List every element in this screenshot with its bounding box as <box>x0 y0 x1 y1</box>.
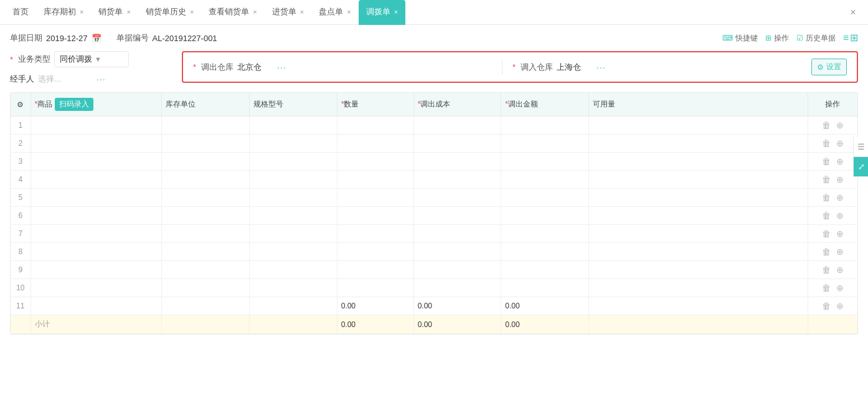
copy-row-icon[interactable]: ⊕ <box>836 211 844 221</box>
row-product[interactable] <box>31 135 162 153</box>
row-amount[interactable] <box>501 207 589 225</box>
copy-row-icon[interactable]: ⊕ <box>836 283 844 293</box>
tab-sales[interactable]: 销货单 × <box>91 0 138 25</box>
row-cost[interactable] <box>413 171 501 189</box>
row-unit[interactable] <box>162 117 250 135</box>
row-unit[interactable] <box>162 189 250 207</box>
delete-row-icon[interactable]: 🗑 <box>822 193 831 202</box>
row-unit[interactable] <box>162 153 250 171</box>
delete-row-icon[interactable]: 🗑 <box>822 211 831 221</box>
tab-inventory-init-close[interactable]: × <box>80 8 83 16</box>
operate-action[interactable]: ⊞ 操作 <box>765 33 789 44</box>
settings-button[interactable]: ⚙ 设置 <box>811 59 847 75</box>
row-unit[interactable] <box>162 243 250 261</box>
row-product[interactable] <box>31 153 162 171</box>
copy-row-icon[interactable]: ⊕ <box>836 174 844 184</box>
copy-row-icon[interactable]: ⊕ <box>836 156 844 166</box>
delete-row-icon[interactable]: 🗑 <box>822 138 831 148</box>
handler-select[interactable]: 选择... <box>38 74 88 85</box>
row-qty[interactable] <box>337 225 413 243</box>
row-qty[interactable] <box>337 279 413 297</box>
row-spec[interactable] <box>250 261 337 279</box>
row-spec[interactable] <box>250 207 337 225</box>
tab-stocktake-close[interactable]: × <box>347 8 351 16</box>
row-amount[interactable] <box>501 171 589 189</box>
row-amount[interactable] <box>501 279 589 297</box>
row-amount[interactable] <box>501 135 589 153</box>
history-action[interactable]: ☑ 历史单据 <box>796 33 836 44</box>
row-amount[interactable] <box>501 153 589 171</box>
row-cost[interactable] <box>413 117 501 135</box>
row-amount[interactable] <box>501 243 589 261</box>
copy-row-icon[interactable]: ⊕ <box>836 193 844 202</box>
row-cost[interactable] <box>413 135 501 153</box>
tab-purchase[interactable]: 进货单 × <box>265 0 311 25</box>
delete-row-icon[interactable]: 🗑 <box>822 247 831 257</box>
row-amount[interactable] <box>501 189 589 207</box>
row-qty[interactable] <box>337 117 413 135</box>
copy-row-icon[interactable]: ⊕ <box>836 247 844 257</box>
copy-row-icon[interactable]: ⊕ <box>836 120 844 130</box>
row-unit[interactable] <box>162 135 250 153</box>
row-unit[interactable] <box>162 279 250 297</box>
view-toggle[interactable]: ≡ ⊞ <box>843 33 858 43</box>
row-spec[interactable] <box>250 171 337 189</box>
row-product[interactable] <box>31 261 162 279</box>
row-cost[interactable] <box>413 207 501 225</box>
row-cost[interactable] <box>413 279 501 297</box>
row-product[interactable] <box>31 189 162 207</box>
row-qty[interactable] <box>337 171 413 189</box>
tab-view-sales[interactable]: 查看销货单 × <box>201 0 264 25</box>
tab-stocktake[interactable]: 盘点单 × <box>311 0 358 25</box>
row-amount[interactable] <box>501 117 589 135</box>
row-unit[interactable] <box>162 261 250 279</box>
sidebar-doc-icon[interactable]: ☰ <box>854 137 868 157</box>
row-unit[interactable] <box>162 225 250 243</box>
row-spec[interactable] <box>250 189 337 207</box>
col-gear[interactable]: ⚙ <box>11 93 31 117</box>
tab-transfer-close[interactable]: × <box>394 8 398 16</box>
tab-transfer[interactable]: 调拨单 × <box>359 0 405 25</box>
copy-row-icon[interactable]: ⊕ <box>836 138 844 148</box>
row-cost[interactable] <box>413 261 501 279</box>
window-close-button[interactable]: × <box>843 2 863 22</box>
copy-row-icon[interactable]: ⊕ <box>836 265 844 275</box>
delete-row-icon[interactable]: 🗑 <box>822 283 831 293</box>
tab-sales-close[interactable]: × <box>126 8 130 16</box>
row-cost[interactable] <box>413 243 501 261</box>
delete-row-icon[interactable]: 🗑 <box>822 229 831 239</box>
delete-row-icon[interactable]: 🗑 <box>822 156 831 166</box>
delete-row-icon[interactable]: 🗑 <box>822 120 831 130</box>
transfer-out-more[interactable]: ··· <box>277 62 286 72</box>
row-cost[interactable] <box>413 153 501 171</box>
transfer-in-more[interactable]: ··· <box>597 62 606 72</box>
row-qty[interactable] <box>337 207 413 225</box>
row-product[interactable] <box>31 243 162 261</box>
row-qty[interactable] <box>337 135 413 153</box>
row-product[interactable] <box>31 279 162 297</box>
row-spec[interactable] <box>250 279 337 297</box>
row-amount[interactable] <box>501 225 589 243</box>
row-product[interactable] <box>31 225 162 243</box>
scan-entry-button[interactable]: 扫码录入 <box>55 98 93 111</box>
row-spec[interactable] <box>250 243 337 261</box>
row-product[interactable] <box>31 171 162 189</box>
row-product[interactable] <box>31 207 162 225</box>
shortcut-action[interactable]: ⌨ 快捷键 <box>722 33 758 44</box>
row-spec[interactable] <box>250 225 337 243</box>
copy-icon[interactable]: ⊕ <box>836 301 844 311</box>
delete-row-icon[interactable]: 🗑 <box>822 265 831 275</box>
tab-view-sales-close[interactable]: × <box>253 8 257 16</box>
tab-sales-history-close[interactable]: × <box>190 8 194 16</box>
row-spec[interactable] <box>250 135 337 153</box>
row-qty[interactable] <box>337 189 413 207</box>
row-qty[interactable] <box>337 243 413 261</box>
sidebar-expand-icon[interactable]: ⤢ <box>854 157 868 177</box>
tab-purchase-close[interactable]: × <box>300 8 304 16</box>
tab-sales-history[interactable]: 销货单历史 × <box>138 0 201 25</box>
delete-row-icon[interactable]: 🗑 <box>822 174 831 184</box>
row-amount[interactable] <box>501 261 589 279</box>
row-cost[interactable] <box>413 225 501 243</box>
row-unit[interactable] <box>162 171 250 189</box>
calendar-icon[interactable]: 📅 <box>92 34 101 43</box>
